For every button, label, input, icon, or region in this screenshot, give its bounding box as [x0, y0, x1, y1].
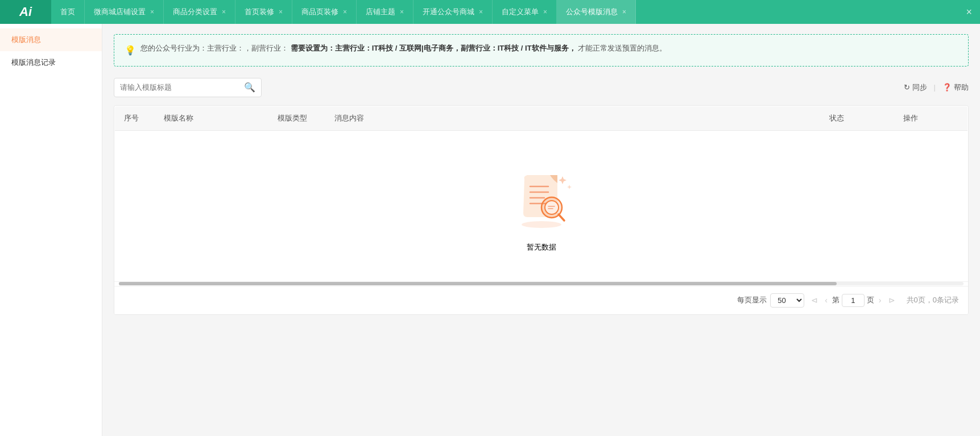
prev-page-button[interactable]: ‹ — [822, 295, 830, 305]
last-page-button[interactable]: ⊳ — [886, 295, 898, 305]
sidebar-item-template-msg[interactable]: 模版消息 — [0, 28, 102, 51]
nav-tab-home[interactable]: 首页 — [51, 0, 85, 24]
toolbar-divider: | — [934, 83, 936, 92]
total-info: 共0页，0条记录 — [907, 295, 959, 305]
table-body: 暂无数据 — [115, 130, 968, 281]
content-area: 💡 您的公众号行业为：主营行业：，副营行业： 需要设置为：主营行业：IT科技 /… — [102, 24, 980, 436]
empty-text: 暂无数据 — [527, 242, 556, 252]
app-logo: Ai — [0, 0, 51, 24]
main-layout: 模版消息 模版消息记录 💡 您的公众号行业为：主营行业：，副营行业： 需要设置为… — [0, 24, 980, 436]
nav-tab-category-settings-label: 商品分类设置 — [173, 7, 217, 17]
col-type: 模版类型 — [268, 106, 325, 130]
nav-tab-home-label: 首页 — [60, 7, 75, 17]
nav-tab-store-settings-close[interactable]: × — [150, 8, 154, 16]
notice-highlight: 需要设置为：主营行业：IT科技 / 互联网|电子商务，副营行业：IT科技 / I… — [291, 44, 576, 52]
sync-icon: ↻ — [904, 83, 910, 92]
svg-line-7 — [559, 214, 564, 221]
sync-label: 同步 — [912, 82, 927, 93]
nav-tab-category-settings[interactable]: 商品分类设置 × — [164, 0, 235, 24]
col-name: 模版名称 — [155, 106, 268, 130]
nav-tab-custom-menu-close[interactable]: × — [543, 8, 547, 16]
nav-tab-store-settings[interactable]: 微商城店铺设置 × — [85, 0, 164, 24]
sidebar-item-template-msg-log-label: 模版消息记录 — [11, 58, 56, 67]
table-container: 序号 模版名称 模版类型 消息内容 状态 — [114, 105, 969, 315]
scroll-track[interactable] — [119, 282, 964, 285]
help-button[interactable]: ❓ 帮助 — [942, 82, 969, 93]
col-status: 状态 — [820, 106, 894, 130]
nav-tab-product-decor-label: 商品页装修 — [301, 7, 338, 17]
sidebar-item-template-msg-label: 模版消息 — [11, 35, 41, 44]
svg-point-6 — [545, 201, 559, 214]
page-label: 第 — [832, 295, 840, 305]
nav-tab-store-settings-label: 微商城店铺设置 — [94, 7, 146, 17]
search-input-wrapper: 🔍 — [114, 78, 262, 97]
svg-point-0 — [522, 221, 561, 228]
notice-suffix: 才能正常发送预置的消息。 — [578, 44, 667, 52]
nav-tab-product-decor[interactable]: 商品页装修 × — [292, 0, 357, 24]
search-input[interactable] — [120, 83, 244, 92]
col-content: 消息内容 — [325, 106, 820, 130]
notice-box: 💡 您的公众号行业为：主营行业：，副营行业： 需要设置为：主营行业：IT科技 /… — [114, 34, 969, 67]
nav-tab-store-theme-label: 店铺主题 — [366, 7, 395, 17]
scroll-thumb[interactable] — [119, 282, 837, 285]
empty-state: 暂无数据 — [115, 131, 967, 281]
pagination: 每页显示 10 20 50 100 ⊲ ‹ 第 页 › ⊳ — [114, 286, 968, 314]
table-header: 序号 模版名称 模版类型 消息内容 状态 — [115, 106, 968, 130]
nav-tab-custom-menu[interactable]: 自定义菜单 × — [493, 0, 557, 24]
nav-tab-product-decor-close[interactable]: × — [343, 8, 347, 16]
search-icon[interactable]: 🔍 — [244, 82, 255, 93]
empty-state-illustration — [507, 165, 576, 233]
nav-tab-open-wechat-store[interactable]: 开通公众号商城 × — [413, 0, 493, 24]
nav-tab-home-decor[interactable]: 首页装修 × — [235, 0, 292, 24]
first-page-button[interactable]: ⊲ — [809, 295, 820, 305]
help-icon: ❓ — [942, 83, 952, 92]
sync-button[interactable]: ↻ 同步 — [904, 82, 927, 93]
nav-tab-category-settings-close[interactable]: × — [222, 8, 226, 16]
per-page-select: 每页显示 10 20 50 100 — [737, 293, 804, 308]
search-bar: 🔍 ↻ 同步 | ❓ 帮助 — [114, 78, 969, 97]
toolbar-right: ↻ 同步 | ❓ 帮助 — [904, 82, 969, 93]
notice-text: 您的公众号行业为：主营行业：，副营行业： 需要设置为：主营行业：IT科技 / 互… — [140, 43, 667, 55]
sidebar-item-template-msg-log[interactable]: 模版消息记录 — [0, 51, 102, 74]
data-table: 序号 模版名称 模版类型 消息内容 状态 — [114, 106, 968, 281]
page-input[interactable] — [842, 294, 865, 307]
help-label: 帮助 — [954, 82, 969, 93]
nav-tab-template-msg-close[interactable]: × — [622, 8, 626, 16]
notice-prefix: 您的公众号行业为：主营行业：，副营行业： — [140, 44, 288, 52]
nav-tab-open-wechat-store-label: 开通公众号商城 — [423, 7, 474, 17]
nav-tab-template-msg-label: 公众号模版消息 — [566, 7, 618, 17]
bulb-icon: 💡 — [125, 43, 136, 58]
per-page-dropdown[interactable]: 10 20 50 100 — [770, 293, 804, 308]
nav-tab-home-decor-close[interactable]: × — [279, 8, 283, 16]
nav-tab-custom-menu-label: 自定义菜单 — [502, 7, 539, 17]
horizontal-scrollbar[interactable] — [114, 281, 968, 286]
col-actions: 操作 — [894, 106, 968, 130]
nav-tab-template-msg[interactable]: 公众号模版消息 × — [557, 0, 636, 24]
sidebar: 模版消息 模版消息记录 — [0, 24, 102, 436]
global-close-button[interactable]: × — [958, 6, 980, 18]
nav-tab-store-theme-close[interactable]: × — [400, 8, 404, 16]
top-nav-bar: Ai 首页 微商城店铺设置 × 商品分类设置 × 首页装修 × 商品页装修 × … — [0, 0, 980, 24]
next-page-button[interactable]: › — [876, 295, 884, 305]
per-page-label: 每页显示 — [737, 295, 767, 305]
nav-tab-home-decor-label: 首页装修 — [245, 7, 274, 17]
page-unit: 页 — [867, 295, 874, 305]
nav-tab-open-wechat-store-close[interactable]: × — [479, 8, 483, 16]
nav-tabs: 首页 微商城店铺设置 × 商品分类设置 × 首页装修 × 商品页装修 × 店铺主… — [51, 0, 958, 24]
col-seq: 序号 — [115, 106, 155, 130]
page-navigation: ⊲ ‹ 第 页 › ⊳ — [809, 294, 897, 307]
nav-tab-store-theme[interactable]: 店铺主题 × — [357, 0, 413, 24]
